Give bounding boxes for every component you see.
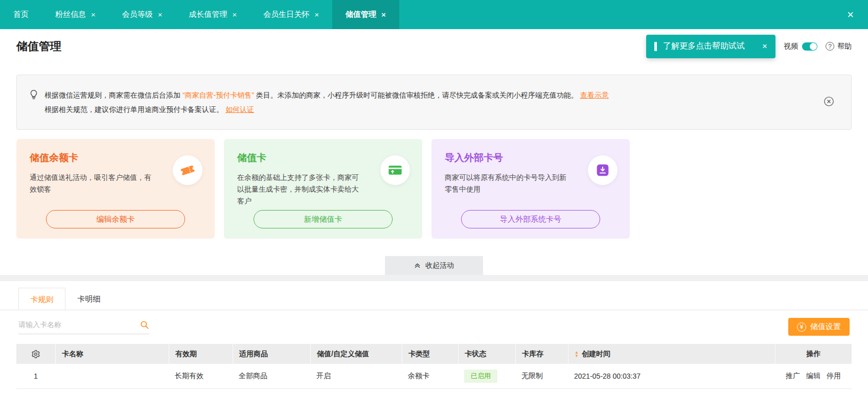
cell-validity: 长期有效 [169,372,233,381]
column-settings-gear-icon[interactable] [16,344,55,364]
close-icon[interactable]: × [91,11,96,18]
close-icon[interactable]: × [233,11,237,18]
search-input[interactable] [18,320,140,329]
import-external-card-panel: 导入外部卡号 商家可以将原有系统中的卡号导入到新零售中使用 导入外部系统卡号 [431,139,630,239]
card-name-search [18,320,149,334]
cell-products: 全部商品 [233,372,310,381]
cell-created-time: 2021-05-28 00:03:37 [568,372,775,380]
question-icon: ? [826,42,834,51]
tab-label: 首页 [13,10,29,19]
window-close-icon[interactable]: × [833,0,868,29]
tab-growth-value[interactable]: 成长值管理 × [176,0,250,29]
card-description: 通过储值送礼活动，吸引客户储值，有效锁客 [30,172,156,195]
col-actions: 操作 [775,344,852,364]
ticket-icon [173,155,202,185]
cell-actions: 推广 编辑 停用 [775,372,852,381]
status-badge: 已启用 [464,369,497,383]
help-tooltip-text: 了解更多点击帮助试试 [663,41,745,52]
wechat-notice-banner: 根据微信运营规则，商家需在微信后台添加 “商家自营-预付卡销售” 类目。未添加的… [16,75,852,130]
import-download-icon [588,155,618,185]
edit-link[interactable]: 编辑 [806,372,820,381]
tab-home[interactable]: 首页 [0,0,42,29]
close-icon[interactable]: × [314,11,319,18]
page-title: 储值管理 [16,39,61,54]
lightbulb-icon [28,88,44,102]
col-card-name: 卡名称 [55,344,169,364]
tab-fan-info[interactable]: 粉丝信息 × [42,0,109,29]
notice-line1-suffix: 类目。未添加的商家，小程序升级时可能被微信审核拒绝，请尽快完成备案或关闭小程序端… [256,91,578,99]
notice-line1-prefix: 根据微信运营规则，商家需在微信后台添加 [44,91,180,99]
video-toggle-group: 视频 [784,42,817,51]
video-label: 视频 [784,42,798,51]
top-tab-bar: 首页 粉丝信息 × 会员等级 × 成长值管理 × 会员生日关怀 × 储值管理 ×… [0,0,868,29]
card-description: 在余额的基础上支持了多张卡，商家可以批量生成卡密，并制成实体卡卖给大客户 [237,172,364,207]
video-toggle-switch[interactable] [802,42,817,51]
card-rules-table: 卡名称 有效期 适用商品 储值/自定义储值 卡类型 卡状态 卡库存 ▲▼ 创建时… [16,344,852,389]
tooltip-close-icon[interactable]: × [762,41,767,52]
tab-label: 粉丝信息 [55,10,86,19]
cell-stored-value: 开启 [310,372,402,381]
stored-value-settings-button[interactable]: ¥ 储值设置 [788,318,850,336]
tab-card-details[interactable]: 卡明细 [65,288,112,310]
tab-label: 会员等级 [122,10,153,19]
promote-link[interactable]: 推广 [786,372,800,381]
notice-line2-text: 根据相关规范，建议你进行单用途商业预付卡备案认证。 [44,105,223,113]
notice-line-1: 根据微信运营规则，商家需在微信后台添加 “商家自营-预付卡销售” 类目。未添加的… [44,88,808,102]
notice-close-icon[interactable] [823,96,835,109]
col-created-time: ▲▼ 创建时间 [568,344,775,364]
tab-label: 成长值管理 [189,10,227,19]
header-actions: 了解更多点击帮助试试 × 视频 ? 帮助 [646,35,852,58]
card-upload-icon [380,155,410,185]
page-header: 储值管理 了解更多点击帮助试试 × 视频 ? 帮助 [0,29,868,63]
stored-value-card-panel: 储值卡 在余额的基础上支持了多张卡，商家可以批量生成卡密，并制成实体卡卖给大客户… [224,139,422,239]
col-card-status: 卡状态 [458,344,515,364]
card-rules-panel: 卡规则 卡明细 ¥ 储值设置 卡名称 有效期 [0,281,868,394]
help-label: 帮助 [837,42,852,51]
tab-member-level[interactable]: 会员等级 × [109,0,176,29]
notice-text: 根据微信运营规则，商家需在微信后台添加 “商家自营-预付卡销售” 类目。未添加的… [44,88,808,117]
add-stored-value-card-button[interactable]: 新增储值卡 [254,210,393,228]
tab-label: 会员生日关怀 [263,10,309,19]
promo-cards: 储值余额卡 通过储值送礼活动，吸引客户储值，有效锁客 编辑余额卡 储值卡 在余额… [16,139,852,239]
table-row: 1 长期有效 全部商品 开启 余额卡 已启用 无限制 2021-05-28 00… [16,364,852,389]
tab-label: 储值管理 [346,10,376,19]
settings-button-label: 储值设置 [810,322,841,332]
help-button[interactable]: ? 帮助 [826,42,852,51]
row-index: 1 [16,372,55,380]
edit-balance-card-button[interactable]: 编辑余额卡 [46,210,185,228]
table-toolbar: ¥ 储值设置 [0,310,868,336]
card-description: 商家可以将原有系统中的卡号导入到新零售中使用 [445,172,572,195]
tab-card-rules[interactable]: 卡规则 [18,288,65,310]
notice-line1-highlight: “商家自营-预付卡销售” [182,91,254,99]
guide-icon [654,42,657,51]
col-validity: 有效期 [169,344,233,364]
disable-link[interactable]: 停用 [827,372,841,381]
col-card-type: 卡类型 [402,344,458,364]
close-icon[interactable]: × [158,11,163,18]
balance-card-panel: 储值余额卡 通过储值送礼活动，吸引客户储值，有效锁客 编辑余额卡 [16,139,215,239]
created-time-label: 创建时间 [582,350,610,359]
notice-line-2: 根据相关规范，建议你进行单用途商业预付卡备案认证。 如何认证 [44,102,808,117]
help-tooltip[interactable]: 了解更多点击帮助试试 × [646,35,775,58]
sort-icon[interactable]: ▲▼ [575,351,579,358]
tab-birthday-care[interactable]: 会员生日关怀 × [250,0,332,29]
cell-card-status: 已启用 [458,369,515,383]
collapse-row: 收起活动 [0,256,868,275]
cell-card-type: 余额卡 [402,372,458,381]
col-products: 适用商品 [233,344,310,364]
col-stored-value: 储值/自定义储值 [310,344,402,364]
tab-stored-value-active[interactable]: 储值管理 × [332,0,399,29]
panel-tabs: 卡规则 卡明细 [0,281,868,310]
close-icon[interactable]: × [381,11,386,18]
collapse-label: 收起活动 [425,261,454,270]
collapse-activities-button[interactable]: 收起活动 [385,256,483,275]
import-external-card-button[interactable]: 导入外部系统卡号 [461,210,600,228]
view-example-link[interactable]: 查看示意 [580,91,609,99]
cell-card-stock: 无限制 [515,372,568,381]
col-card-stock: 卡库存 [515,344,568,364]
yen-icon: ¥ [797,322,806,332]
search-icon[interactable] [140,320,149,330]
how-to-certify-link[interactable]: 如何认证 [225,105,254,113]
main-panel: 储值管理 了解更多点击帮助试试 × 视频 ? 帮助 根 [0,29,868,275]
chevron-double-up-icon [414,262,421,269]
